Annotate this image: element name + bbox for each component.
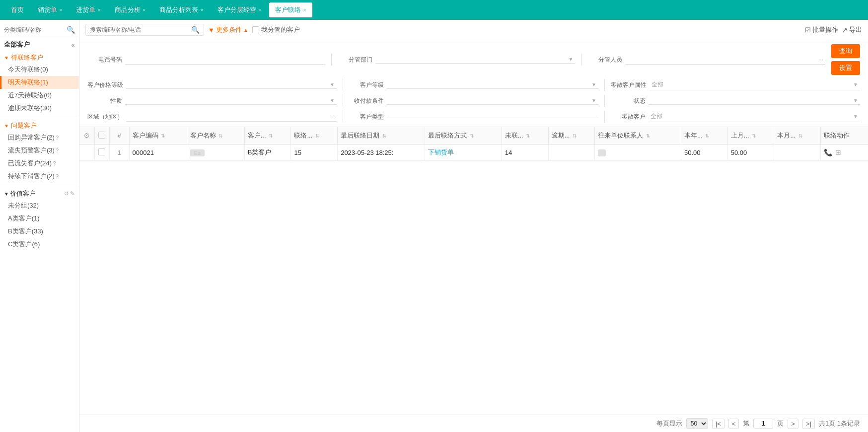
nav-customer-segmentation-close[interactable]: × bbox=[258, 7, 261, 13]
sort-icon-unit-contact[interactable]: ⇅ bbox=[646, 133, 650, 139]
retail-attr-select[interactable]: 全部 ▼ bbox=[650, 79, 860, 90]
prev-page-button[interactable]: < bbox=[728, 419, 739, 429]
nav-product-analysis[interactable]: 商品分析 × bbox=[109, 2, 151, 17]
next-page-button[interactable]: > bbox=[788, 419, 798, 429]
sidebar-churned[interactable]: 已流失客户(24) ? bbox=[0, 157, 79, 170]
search-icon[interactable]: 🔍 bbox=[191, 26, 200, 34]
sort-icon-code[interactable]: ⇅ bbox=[161, 133, 165, 139]
sort-icon-uncontacted[interactable]: ⇅ bbox=[526, 133, 530, 139]
dept-select[interactable]: ▼ bbox=[375, 56, 576, 64]
nav-product-analysis-list-close[interactable]: × bbox=[200, 7, 203, 13]
last-page-button[interactable]: >| bbox=[802, 419, 815, 429]
th-code[interactable]: 客户编码 ⇅ bbox=[129, 127, 187, 144]
export-button[interactable]: ↗ 导出 bbox=[842, 25, 862, 34]
payment-select[interactable]: ▼ bbox=[387, 97, 598, 105]
sidebar-class-b[interactable]: B类客户(33) bbox=[0, 225, 79, 238]
phone-input[interactable] bbox=[125, 55, 325, 65]
sort-icon-contacts[interactable]: ⇅ bbox=[315, 133, 319, 139]
sidebar-overdue-contact[interactable]: 逾期未联络(30) bbox=[0, 102, 79, 115]
retail-customer-select[interactable]: 全部 ▼ bbox=[649, 111, 860, 122]
header-checkbox[interactable] bbox=[98, 132, 105, 139]
th-last-date[interactable]: 最后联络日期 ⇅ bbox=[338, 127, 425, 144]
sort-icon-this-month[interactable]: ⇅ bbox=[798, 133, 802, 139]
gender-select[interactable]: ▼ bbox=[125, 97, 337, 105]
nav-sales-order-close[interactable]: × bbox=[59, 7, 62, 13]
grid-action-icon[interactable]: ⊞ bbox=[835, 148, 841, 156]
row-overdue bbox=[548, 144, 595, 161]
sidebar-repurchase-abnormal[interactable]: 回购异常客户(2) ? bbox=[0, 131, 79, 144]
area-select[interactable]: ··· bbox=[126, 112, 337, 122]
sidebar-churn-warning[interactable]: 流失预警客户(3) ? bbox=[0, 144, 79, 157]
th-check[interactable] bbox=[94, 127, 109, 144]
sort-icon-last-month[interactable]: ⇅ bbox=[752, 133, 756, 139]
nav-sales-order[interactable]: 销货单 × bbox=[32, 2, 68, 17]
last-method-link[interactable]: 下销货单 bbox=[428, 148, 454, 156]
th-uncontacted[interactable]: 未联... ⇅ bbox=[502, 127, 548, 144]
page-size-select[interactable]: 50 bbox=[686, 418, 708, 429]
area-more-icon[interactable]: ··· bbox=[330, 113, 335, 120]
batch-op-button[interactable]: ☑ 批量操作 bbox=[805, 25, 838, 34]
price-level-select[interactable]: ▼ bbox=[126, 81, 337, 89]
query-button[interactable]: 查询 bbox=[831, 44, 860, 58]
th-last-month[interactable]: 上月... ⇅ bbox=[727, 127, 774, 144]
row-this-year: 50.00 bbox=[681, 144, 727, 161]
sidebar-tomorrow-contact[interactable]: 明天待联络(1) bbox=[0, 76, 79, 89]
sort-icon-this-year[interactable]: ⇅ bbox=[705, 133, 709, 139]
th-this-month[interactable]: 本月... ⇅ bbox=[774, 127, 821, 144]
first-page-button[interactable]: |< bbox=[712, 419, 724, 429]
sort-icon-overdue[interactable]: ⇅ bbox=[573, 133, 577, 139]
person-select[interactable]: ··· bbox=[625, 55, 825, 65]
th-settings[interactable]: ⚙ bbox=[79, 127, 94, 144]
nav-purchase-order-close[interactable]: × bbox=[97, 7, 100, 13]
nav-purchase-order[interactable]: 进货单 × bbox=[70, 2, 106, 17]
sidebar-today-contact[interactable]: 今天待联络(0) bbox=[0, 63, 79, 76]
sort-icon-last-date[interactable]: ⇅ bbox=[382, 133, 386, 139]
edit-icon[interactable]: ✎ bbox=[70, 190, 75, 197]
th-unit-contact[interactable]: 往来单位联系人 ⇅ bbox=[595, 127, 681, 144]
phone-action-icon[interactable]: 📞 bbox=[824, 148, 832, 156]
person-more-icon[interactable]: ··· bbox=[818, 56, 823, 63]
nav-customer-contact[interactable]: 客户联络 × bbox=[269, 2, 312, 17]
refresh-icon[interactable]: ↺ bbox=[64, 190, 69, 197]
nav-customer-contact-close[interactable]: × bbox=[303, 7, 306, 13]
row-checkbox-cell[interactable] bbox=[94, 144, 109, 161]
nav-product-analysis-close[interactable]: × bbox=[143, 7, 145, 13]
search-input[interactable] bbox=[90, 26, 189, 33]
sidebar-class-c[interactable]: C类客户(6) bbox=[0, 238, 79, 251]
sidebar-declining[interactable]: 持续下滑客户(2) ? bbox=[0, 170, 79, 183]
sort-icon-last-method[interactable]: ⇅ bbox=[470, 133, 474, 139]
sidebar-ungrouped[interactable]: 未分组(32) bbox=[0, 199, 79, 212]
page-label: 第 bbox=[743, 419, 749, 428]
th-contacts[interactable]: 联络... ⇅ bbox=[291, 127, 338, 144]
th-type[interactable]: 客户... ⇅ bbox=[244, 127, 291, 144]
sort-icon-name[interactable]: ⇅ bbox=[218, 133, 222, 139]
page-input[interactable] bbox=[753, 419, 773, 429]
sidebar-week7-contact[interactable]: 近7天待联络(0) bbox=[0, 89, 79, 102]
nav-customer-segmentation[interactable]: 客户分层经营 × bbox=[212, 2, 267, 17]
sort-icon-type[interactable]: ⇅ bbox=[269, 133, 273, 139]
row-contacts: 15 bbox=[291, 144, 338, 161]
customer-type-select[interactable] bbox=[387, 116, 598, 118]
sidebar-class-a[interactable]: A类客户(1) bbox=[0, 212, 79, 225]
nav-home[interactable]: 首页 bbox=[5, 2, 30, 17]
row-checkbox[interactable] bbox=[98, 148, 105, 155]
status-select[interactable]: ▼ bbox=[649, 97, 860, 105]
more-conditions-btn[interactable]: ▼ 更多条件 ▲ bbox=[208, 25, 248, 34]
sidebar-collapse-icon[interactable]: « bbox=[71, 41, 75, 49]
chevron-up-icon: ▲ bbox=[243, 27, 248, 33]
sidebar-search-input[interactable] bbox=[4, 26, 67, 33]
my-customers-checkbox[interactable]: 我分管的客户 bbox=[252, 25, 300, 34]
th-this-year[interactable]: 本年... ⇅ bbox=[681, 127, 727, 144]
th-overdue[interactable]: 逾期... ⇅ bbox=[548, 127, 595, 144]
row-last-method[interactable]: 下销货单 bbox=[425, 144, 502, 161]
sidebar-all-customers[interactable]: 全部客户 « bbox=[0, 38, 79, 51]
sidebar-search-icon[interactable]: 🔍 bbox=[67, 26, 75, 34]
nav-product-analysis-list[interactable]: 商品分析列表 × bbox=[153, 2, 209, 17]
settings-button[interactable]: 设置 bbox=[831, 61, 860, 75]
th-name[interactable]: 客户名称 ⇅ bbox=[187, 127, 244, 144]
filter-divider-1 bbox=[331, 54, 332, 66]
customer-level-select[interactable]: ▼ bbox=[387, 81, 598, 89]
settings-gear-icon[interactable]: ⚙ bbox=[83, 132, 90, 140]
my-customers-check-icon[interactable] bbox=[252, 26, 259, 33]
th-last-method[interactable]: 最后联络方式 ⇅ bbox=[425, 127, 502, 144]
